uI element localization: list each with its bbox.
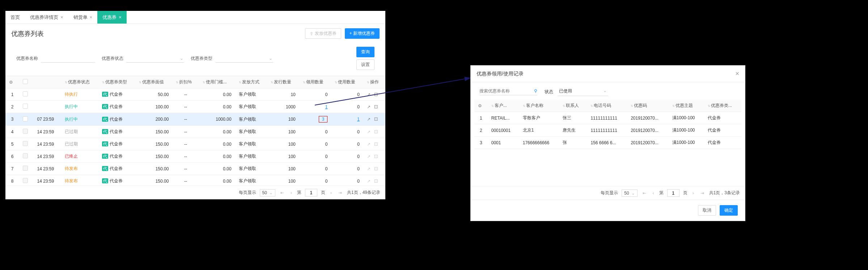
open-icon: ↗ bbox=[367, 129, 371, 134]
column-header[interactable]: ⇅优惠券状态 bbox=[61, 76, 98, 88]
close-icon[interactable]: × bbox=[735, 70, 739, 78]
qrcode-icon[interactable]: ⚀ bbox=[374, 179, 378, 184]
column-header[interactable]: ⇅客户名称 bbox=[519, 100, 559, 112]
prev-page-icon[interactable]: ‹ bbox=[289, 190, 293, 195]
coupon-table-wrap: ⚙⇅优惠券状态⇅优惠券类型⇅优惠券面值⇅折扣%⇅使用门槛...⇅发放方式⇅发行数… bbox=[5, 76, 385, 186]
first-page-icon[interactable]: ⇤ bbox=[641, 191, 648, 196]
page-input[interactable] bbox=[305, 189, 317, 196]
modal-state-select[interactable]: 已使用⌄ bbox=[558, 87, 608, 96]
first-page-icon[interactable]: ⇤ bbox=[279, 190, 285, 195]
tab-close-icon[interactable]: × bbox=[60, 14, 63, 20]
column-header[interactable]: ⇅使用门槛... bbox=[199, 76, 235, 88]
next-page-icon[interactable]: › bbox=[691, 191, 695, 196]
status-badge: 待发布 bbox=[65, 166, 78, 171]
title-bar: 优惠券列表 ⇪ 发放优惠券 + 新增优惠券 bbox=[5, 24, 385, 43]
filter-type-select[interactable]: ⌄ bbox=[215, 54, 273, 63]
open-icon: ↗ bbox=[367, 154, 371, 159]
open-icon[interactable]: ↗ bbox=[367, 117, 371, 122]
column-header[interactable]: ⇅折扣% bbox=[172, 76, 199, 88]
column-header[interactable]: ⇅电话号码 bbox=[587, 100, 627, 112]
modal-per-page-select[interactable]: 50⌄ bbox=[622, 190, 637, 197]
tab-close-icon[interactable]: × bbox=[90, 14, 93, 20]
tab-close-icon[interactable]: × bbox=[119, 14, 122, 20]
column-header[interactable]: ⇅发放方式 bbox=[235, 76, 267, 88]
table-row[interactable]: 6 14 23:59 已终止 代代金券 150.00 -- 0.00 客户领取 … bbox=[5, 150, 385, 163]
filter-status-select[interactable]: ⌄ bbox=[126, 54, 184, 63]
gear-icon[interactable]: ⚙ bbox=[9, 80, 13, 85]
table-row[interactable]: 8 14 23:59 待发布 代代金券 150.00 -- 0.00 客户领取 … bbox=[5, 175, 385, 186]
column-header[interactable]: ⇅优惠主题 bbox=[669, 100, 704, 112]
claim-count-link[interactable]: 3 bbox=[319, 116, 328, 122]
table-row[interactable]: 200010001北京1唐先生111111111112019120070...满… bbox=[474, 124, 741, 137]
pagination-bar: 每页显示 50⌄ ⇤ ‹ 第 页 › ⇥ 共1页，49条记录 bbox=[5, 186, 385, 199]
prev-page-icon[interactable]: ‹ bbox=[651, 191, 656, 196]
settings-button[interactable]: 设置 bbox=[356, 59, 374, 70]
table-row[interactable]: 7 14 23:59 待发布 代代金券 150.00 -- 0.00 客户领取 … bbox=[5, 163, 385, 175]
search-icon[interactable]: ⚲ bbox=[534, 88, 537, 94]
select-all-checkbox[interactable] bbox=[23, 79, 28, 84]
status-badge: 已终止 bbox=[65, 154, 78, 159]
table-row[interactable]: 1 待执行 代代金券 50.00 -- 0.00 客户领取 10 0 0 ↗⚀ bbox=[5, 88, 385, 101]
used-count-link[interactable]: 1 bbox=[357, 117, 360, 122]
row-checkbox[interactable] bbox=[23, 91, 28, 96]
modal-search-input[interactable] bbox=[479, 88, 534, 94]
type-badge-icon: 代 bbox=[102, 129, 108, 134]
qrcode-icon[interactable]: ⚀ bbox=[374, 142, 378, 147]
tab[interactable]: 首页 bbox=[5, 11, 25, 24]
column-header[interactable]: ⇅优惠券类型 bbox=[98, 76, 135, 88]
add-coupon-button[interactable]: + 新增优惠券 bbox=[345, 28, 380, 39]
open-icon[interactable]: ↗ bbox=[367, 92, 371, 97]
filter-name-label: 优惠券名称 bbox=[16, 55, 38, 62]
chevron-down-icon: ⌄ bbox=[631, 191, 635, 196]
table-row[interactable]: 1RETAIL...零散客户张三111111111112019120070...… bbox=[474, 112, 741, 124]
row-checkbox bbox=[23, 141, 28, 146]
tab[interactable]: 优惠券详情页× bbox=[25, 11, 68, 24]
open-icon[interactable]: ↗ bbox=[367, 104, 371, 109]
column-header[interactable]: ⇅优惠券面值 bbox=[135, 76, 172, 88]
qrcode-icon[interactable]: ⚀ bbox=[374, 166, 378, 171]
open-icon: ↗ bbox=[367, 179, 371, 184]
pagination-summary: 共1页，49条记录 bbox=[347, 190, 380, 196]
type-badge-icon: 代 bbox=[102, 92, 108, 97]
status-badge: 已过期 bbox=[65, 141, 78, 146]
chevron-down-icon: ⌄ bbox=[269, 56, 272, 61]
table-row[interactable]: 5 14 23:59 已过期 代代金券 150.00 -- 0.00 客户领取 … bbox=[5, 138, 385, 150]
column-header[interactable]: ⇅客户... bbox=[488, 100, 519, 112]
next-page-icon[interactable]: › bbox=[329, 190, 333, 195]
qrcode-icon[interactable]: ⚀ bbox=[374, 154, 378, 159]
table-row[interactable]: 3000117666666666张156 6666 6...2019120070… bbox=[474, 137, 741, 149]
qrcode-icon[interactable]: ⚀ bbox=[374, 117, 378, 122]
column-header[interactable]: ⇅优惠码 bbox=[627, 100, 669, 112]
qrcode-icon[interactable]: ⚀ bbox=[374, 92, 378, 97]
last-page-icon[interactable]: ⇥ bbox=[337, 190, 343, 195]
table-row[interactable]: 3 07 23:59 执行中 代代金券 200.00 -- 1000.00 客户… bbox=[5, 113, 385, 126]
column-header[interactable]: ⇅领用数量 bbox=[299, 76, 331, 88]
modal-search-box: ⚲ bbox=[479, 88, 537, 95]
per-page-select[interactable]: 50⌄ bbox=[260, 189, 275, 196]
table-row[interactable]: 4 14 23:59 已过期 代代金券 150.00 -- 0.00 客户领取 … bbox=[5, 126, 385, 138]
cancel-button[interactable]: 取消 bbox=[698, 205, 716, 216]
tab[interactable]: 销货单× bbox=[68, 11, 98, 24]
gear-icon[interactable]: ⚙ bbox=[478, 103, 482, 108]
qrcode-icon[interactable]: ⚀ bbox=[374, 104, 378, 109]
column-header[interactable]: ⇅使用数量 bbox=[331, 76, 363, 88]
column-header[interactable]: ⇅联系人 bbox=[559, 100, 587, 112]
modal-page-input[interactable] bbox=[667, 189, 679, 197]
qrcode-icon[interactable]: ⚀ bbox=[374, 129, 378, 134]
search-button[interactable]: 查询 bbox=[356, 47, 374, 57]
claim-count-link[interactable]: 1 bbox=[325, 104, 328, 109]
tab[interactable]: 优惠券× bbox=[97, 11, 127, 24]
confirm-button[interactable]: 确定 bbox=[720, 205, 738, 216]
table-row[interactable]: 2 执行中 代代金券 100.00 -- 0.00 客户领取 1000 1 0 … bbox=[5, 101, 385, 113]
modal-pagination: 每页显示 50⌄ ⇤ ‹ 第 页 › ⇥ 共1页，3条记录 bbox=[471, 186, 745, 200]
filter-name-input[interactable] bbox=[41, 54, 95, 63]
column-header[interactable]: ⇅发行数量 bbox=[267, 76, 299, 88]
row-checkbox[interactable] bbox=[23, 116, 28, 121]
distribute-coupon-button[interactable]: ⇪ 发放优惠券 bbox=[305, 28, 341, 39]
column-header[interactable]: ⇅操作 bbox=[363, 76, 385, 88]
status-badge: 执行中 bbox=[65, 117, 78, 122]
row-checkbox[interactable] bbox=[23, 104, 28, 109]
last-page-icon[interactable]: ⇥ bbox=[699, 191, 706, 196]
open-icon: ↗ bbox=[367, 166, 371, 171]
column-header[interactable]: ⇅优惠券类... bbox=[704, 100, 741, 112]
